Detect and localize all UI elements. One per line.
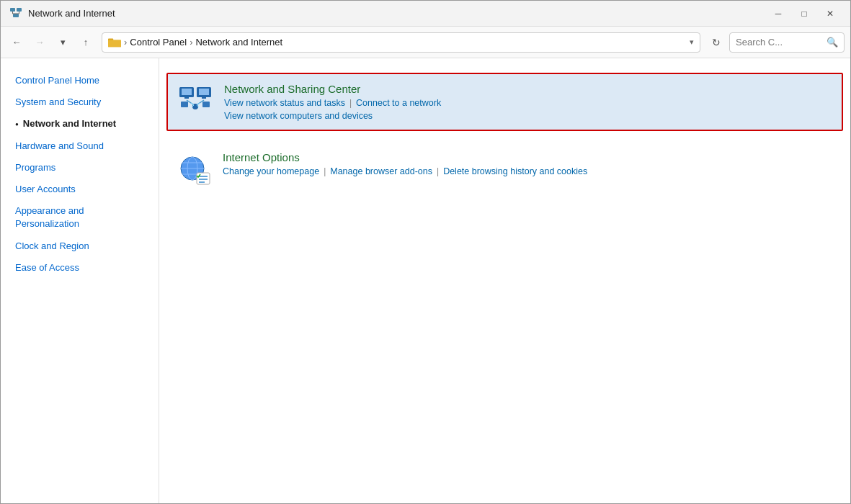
close-button[interactable]: ✕ (819, 5, 842, 22)
sidebar-label-network-and-internet: Network and Internet (23, 117, 116, 130)
manage-browser-addons-link[interactable]: Manage browser add-ons (330, 166, 432, 176)
change-homepage-link[interactable]: Change your homepage (223, 166, 319, 176)
sidebar-item-control-panel-home[interactable]: Control Panel Home (1, 70, 159, 91)
internet-options-icon (177, 151, 211, 186)
maximize-button[interactable]: □ (793, 5, 816, 22)
search-box[interactable]: 🔍 (729, 32, 845, 53)
sidebar-item-ease-of-access[interactable]: Ease of Access (1, 257, 159, 279)
svg-rect-13 (199, 89, 209, 95)
main-panel: Network and Sharing Center View network … (159, 58, 850, 503)
internet-options-links: Change your homepage | Manage browser ad… (223, 166, 833, 176)
network-sharing-center-content: Network and Sharing Center View network … (224, 83, 832, 121)
svg-rect-8 (108, 40, 121, 47)
internet-options-item: Internet Options Change your homepage | … (177, 151, 833, 186)
address-control-panel: Control Panel (130, 37, 187, 48)
up-button[interactable]: ↑ (76, 32, 96, 53)
address-sep2: › (190, 37, 192, 48)
sidebar-label-system-and-security: System and Security (15, 96, 101, 109)
address-network-internet: Network and Internet (195, 37, 282, 48)
search-icon[interactable]: 🔍 (827, 37, 838, 48)
internet-options-content: Internet Options Change your homepage | … (223, 151, 833, 176)
sidebar-label-hardware-and-sound: Hardware and Sound (15, 140, 104, 153)
svg-rect-18 (181, 102, 188, 107)
sidebar-item-user-accounts[interactable]: User Accounts (1, 179, 159, 200)
title-bar: Network and Internet ─ □ ✕ (1, 1, 850, 27)
svg-rect-19 (202, 102, 210, 107)
network-sharing-center-icon (178, 83, 213, 117)
svg-rect-10 (182, 89, 192, 95)
sidebar-item-system-and-security[interactable]: System and Security (1, 91, 159, 113)
view-network-computers-link[interactable]: View network computers and devices (224, 111, 373, 121)
forward-button[interactable]: → (30, 32, 50, 53)
search-input[interactable] (736, 37, 822, 48)
address-sep1: › (124, 37, 127, 48)
svg-rect-1 (17, 8, 22, 12)
delete-browsing-history-link[interactable]: Delete browsing history and cookies (443, 166, 587, 176)
internet-options-title[interactable]: Internet Options (223, 151, 300, 163)
address-bar[interactable]: › Control Panel › Network and Internet ▾ (102, 32, 700, 53)
svg-rect-14 (202, 97, 206, 99)
network-sharing-center-links-row2: View network computers and devices (224, 111, 832, 121)
network-sharing-center-links: View network status and tasks | Connect … (224, 98, 832, 108)
window-title: Network and Internet (28, 8, 115, 19)
sidebar: Control Panel Home System and Security ●… (1, 58, 159, 503)
window-controls: ─ □ ✕ (767, 5, 842, 22)
connect-to-network-link[interactable]: Connect to a network (356, 98, 441, 108)
sidebar-item-network-and-internet[interactable]: ● Network and Internet (1, 113, 159, 135)
sidebar-item-programs[interactable]: Programs (1, 157, 159, 179)
sidebar-label-programs: Programs (15, 161, 55, 174)
minimize-button[interactable]: ─ (767, 5, 790, 22)
sidebar-item-appearance-and-personalization[interactable]: Appearance and Personalization (1, 200, 159, 235)
svg-rect-0 (10, 8, 15, 12)
address-dropdown-icon[interactable]: ▾ (690, 37, 694, 47)
content-area: Control Panel Home System and Security ●… (1, 58, 850, 503)
sidebar-item-clock-and-region[interactable]: Clock and Region (1, 235, 159, 257)
link-sep-2: | (324, 166, 326, 176)
view-network-status-link[interactable]: View network status and tasks (224, 98, 345, 108)
sidebar-label-clock-and-region: Clock and Region (15, 240, 89, 253)
svg-rect-11 (184, 97, 189, 99)
svg-rect-2 (13, 14, 19, 17)
sidebar-label-control-panel-home: Control Panel Home (15, 74, 99, 87)
main-window: Network and Internet ─ □ ✕ ← → ▾ ↑ › Con… (0, 0, 851, 504)
active-bullet: ● (15, 120, 19, 128)
sidebar-label-user-accounts: User Accounts (15, 183, 76, 196)
window-icon (9, 7, 22, 20)
network-sharing-center-title[interactable]: Network and Sharing Center (224, 83, 360, 95)
sidebar-label-appearance-and-personalization: Appearance and Personalization (15, 204, 144, 230)
sidebar-label-ease-of-access: Ease of Access (15, 261, 79, 274)
sidebar-item-hardware-and-sound[interactable]: Hardware and Sound (1, 135, 159, 157)
link-sep-1: | (349, 98, 352, 108)
toolbar: ← → ▾ ↑ › Control Panel › Network and In… (1, 27, 850, 58)
back-button[interactable]: ← (6, 32, 27, 53)
network-sharing-center-item: Network and Sharing Center View network … (166, 73, 843, 131)
link-sep-3: | (437, 166, 439, 176)
address-folder-icon (108, 37, 121, 48)
dropdown-button[interactable]: ▾ (53, 32, 73, 53)
title-bar-left: Network and Internet (9, 7, 115, 20)
refresh-button[interactable]: ↻ (706, 32, 726, 53)
